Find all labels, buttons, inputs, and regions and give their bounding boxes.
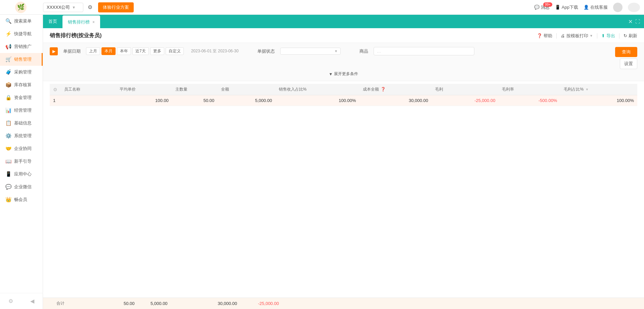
- sidebar-item-quick-nav[interactable]: ⚡ 快捷导航: [0, 28, 43, 40]
- sidebar-item-operation[interactable]: 📊 经营管理: [0, 104, 43, 117]
- column-settings-button[interactable]: 设置: [620, 58, 637, 69]
- table-header-row: ⚙ 员工名称 平均单价 主数量: [50, 84, 637, 95]
- cell-sales-pct: 100.00%: [275, 95, 359, 106]
- date-label: 单据日期: [63, 48, 81, 54]
- export-button[interactable]: ⬆ 导出: [601, 33, 615, 39]
- sidebar-item-wechat[interactable]: 💬 企业微信: [0, 181, 43, 193]
- sidebar-item-collab[interactable]: 🤝 企业协同: [0, 142, 43, 155]
- goods-input[interactable]: …: [374, 47, 474, 55]
- page-title: 销售排行榜(按业务员): [50, 32, 102, 39]
- app-logo-icon: 🌿: [15, 1, 27, 13]
- date-more-button[interactable]: 更多: [150, 47, 164, 55]
- column-settings-icon[interactable]: ⚙: [53, 87, 57, 92]
- help-icon: ❓: [537, 33, 542, 38]
- sidebar-nav: 🔍 搜索菜单 ⚡ 快捷导航 📢 营销推广 🛒 销售管理 🧳 采购管理: [0, 15, 43, 293]
- col-avg-price: 平均单价: [116, 84, 172, 95]
- cell-main-qty: 50.00: [172, 95, 218, 106]
- col-total: 全额: [218, 84, 275, 95]
- tab-close-all-button[interactable]: ✕: [628, 18, 633, 25]
- expand-filters-button[interactable]: ▼ 展开更多条件: [329, 71, 358, 77]
- sidebar-settings-button[interactable]: ⚙: [6, 297, 16, 306]
- sidebar-label-guide: 新手引导: [14, 158, 32, 164]
- tab-restore-button[interactable]: ⛶: [635, 19, 640, 24]
- status-label: 单据状态: [257, 48, 275, 54]
- sidebar-item-search[interactable]: 🔍 搜索菜单: [0, 15, 43, 28]
- page-actions: ❓ 帮助 🖨 按模板打印 ▼ ⬆ 导出: [537, 33, 637, 39]
- sidebar-item-inventory[interactable]: 📦 库存核算: [0, 79, 43, 91]
- date-year-button[interactable]: 本年: [117, 47, 131, 55]
- filter-toggle-button[interactable]: ▶: [50, 47, 58, 55]
- message-icon: 💬: [534, 5, 540, 10]
- col-gross-rate: 毛利率: [499, 84, 560, 95]
- message-button[interactable]: 💬 消息 99+: [534, 4, 550, 10]
- help-button[interactable]: ❓ 帮助: [537, 33, 552, 39]
- online-service-button[interactable]: 👤 在线客服: [584, 4, 608, 10]
- finance-icon: 🔒: [5, 95, 11, 101]
- filter-toggle-icon: ▶: [52, 49, 55, 54]
- tab-home[interactable]: 首页: [43, 15, 62, 28]
- refresh-icon: ↻: [624, 33, 627, 38]
- status-select[interactable]: ▼: [280, 48, 341, 55]
- user-avatar[interactable]: [613, 3, 622, 12]
- sidebar-label-inventory: 库存核算: [14, 82, 32, 88]
- cell-gross-pct: 100.00%: [560, 95, 637, 106]
- service-icon: 👤: [584, 5, 589, 10]
- guide-icon: 📖: [5, 158, 11, 164]
- page-content: 销售排行榜(按业务员) ❓ 帮助 🖨 按模板打印 ▼: [43, 28, 644, 309]
- sidebar-item-finance[interactable]: 🔒 资金管理: [0, 91, 43, 104]
- sidebar-item-sales[interactable]: 🛒 销售管理: [0, 53, 43, 66]
- sort-icon[interactable]: ▼: [585, 88, 589, 91]
- divider3: [619, 33, 619, 39]
- settings-icon[interactable]: ⚙: [85, 3, 95, 12]
- user-name-area[interactable]: [628, 3, 640, 12]
- date-curr-month-button[interactable]: 本月: [101, 47, 116, 55]
- sidebar-label-purchase: 采购管理: [14, 69, 32, 75]
- data-table: ⚙ 员工名称 平均单价 主数量: [50, 84, 637, 106]
- chevron-down-icon: ▼: [72, 5, 76, 9]
- sidebar-label-sales: 销售管理: [14, 56, 32, 62]
- page-header: 销售排行榜(按业务员) ❓ 帮助 🖨 按模板打印 ▼: [43, 28, 644, 43]
- footer-label: 合计: [53, 301, 93, 306]
- sidebar-collapse-button[interactable]: ◀: [28, 297, 37, 306]
- sidebar-item-purchase[interactable]: 🧳 采购管理: [0, 66, 43, 79]
- message-badge: 99+: [543, 2, 552, 7]
- sidebar-label-operation: 经营管理: [14, 107, 32, 113]
- company-name: XXXXX公司: [47, 4, 70, 10]
- purchase-icon: 🧳: [5, 69, 11, 75]
- refresh-button[interactable]: ↻ 刷新: [624, 33, 637, 39]
- cost-help-icon[interactable]: ❓: [381, 87, 386, 92]
- date-prev-month-button[interactable]: 上月: [86, 47, 100, 55]
- basic-icon: 📋: [5, 120, 11, 126]
- col-employee: 员工名称: [61, 84, 116, 95]
- col-cost: 成本全额 ❓: [359, 84, 432, 95]
- tab-sales-ranking[interactable]: 销售排行榜 ×: [62, 15, 100, 29]
- sidebar-label-marketing: 营销推广: [14, 44, 32, 50]
- tab-home-label: 首页: [48, 18, 57, 24]
- wechat-icon: 💬: [5, 184, 11, 190]
- app-download-button[interactable]: 📱 App下载: [555, 4, 578, 10]
- table-row: 1 100.00 50.00: [50, 95, 637, 106]
- date-custom-button[interactable]: 自定义: [166, 47, 184, 55]
- sidebar-item-marketing[interactable]: 📢 营销推广: [0, 40, 43, 53]
- status-chevron-icon: ▼: [334, 49, 338, 53]
- system-icon: ⚙️: [5, 133, 11, 139]
- sidebar: 🔍 搜索菜单 ⚡ 快捷导航 📢 营销推广 🛒 销售管理 🧳 采购管理: [0, 15, 43, 309]
- tab-close-icon[interactable]: ×: [92, 20, 95, 24]
- trial-button[interactable]: 体验行业方案: [98, 2, 134, 12]
- sidebar-item-member[interactable]: 👑 畅会员: [0, 193, 43, 206]
- topbar-right: 💬 消息 99+ 📱 App下载 👤 在线客服: [534, 3, 640, 12]
- footer-gross: -25,000.00: [255, 301, 295, 306]
- cell-employee: [61, 95, 116, 106]
- query-button[interactable]: 查询: [615, 47, 637, 57]
- chevron-down-expand-icon: ▼: [329, 72, 333, 76]
- company-selector[interactable]: XXXXX公司 ▼: [43, 3, 83, 12]
- sidebar-item-guide[interactable]: 📖 新手引导: [0, 155, 43, 168]
- sidebar-item-basic[interactable]: 📋 基础信息: [0, 117, 43, 130]
- sidebar-item-system[interactable]: ⚙️ 系统管理: [0, 130, 43, 142]
- date-7days-button[interactable]: 近7天: [132, 47, 149, 55]
- sidebar-label-member: 畅会员: [14, 197, 27, 203]
- sidebar-label-collab: 企业协同: [14, 146, 32, 152]
- sidebar-item-appstore[interactable]: 📱 应用中心: [0, 168, 43, 181]
- date-buttons: 上月 本月 本年 近7天 更多 自定义: [86, 47, 184, 55]
- print-button[interactable]: 🖨 按模板打印 ▼: [561, 33, 593, 39]
